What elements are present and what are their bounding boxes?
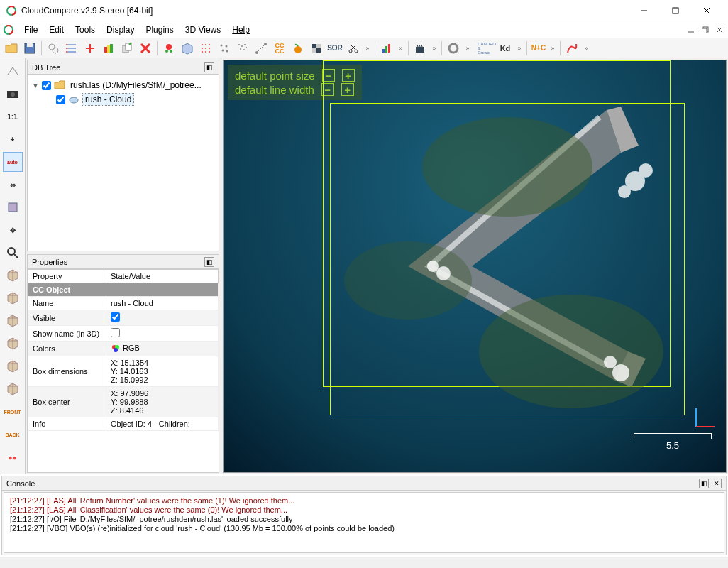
- nc-icon[interactable]: N+C: [530, 40, 547, 57]
- property-key: Name: [28, 297, 106, 310]
- canupo-icon[interactable]: CANUPO&Create: [478, 40, 495, 57]
- expander-icon[interactable]: ▼: [32, 82, 39, 89]
- mdi-minimize-icon[interactable]: [685, 24, 697, 36]
- menu-file[interactable]: File: [18, 23, 43, 36]
- view-left[interactable]: [3, 311, 23, 331]
- svg-point-78: [11, 92, 15, 97]
- kd-icon[interactable]: Kd: [497, 40, 514, 57]
- toolbar-overflow-2[interactable]: »: [397, 45, 405, 52]
- menu-help[interactable]: Help: [226, 23, 255, 36]
- toolbar-overflow-7[interactable]: »: [582, 45, 590, 52]
- scale-value: 5.5: [634, 440, 712, 451]
- colorize-icon[interactable]: [100, 40, 117, 57]
- view-front[interactable]: FRONT: [3, 402, 23, 422]
- add-icon[interactable]: [82, 40, 99, 57]
- zoom-icon[interactable]: [3, 243, 23, 263]
- menu-label: Display: [106, 25, 134, 35]
- svg-point-109: [612, 364, 629, 381]
- menu-label: File: [24, 25, 38, 35]
- scissors-icon[interactable]: [345, 40, 362, 57]
- tree-child-checkbox[interactable]: [56, 95, 65, 104]
- histogram-icon[interactable]: [378, 40, 395, 57]
- property-checkbox[interactable]: [111, 328, 120, 337]
- svg-point-56: [264, 43, 267, 45]
- view-iso1[interactable]: [3, 266, 23, 285]
- menu-plugins[interactable]: Plugins: [140, 23, 179, 36]
- close-button[interactable]: [691, 0, 722, 21]
- subsample-icon[interactable]: [216, 40, 233, 57]
- db-tree-header: DB Tree ◧: [28, 60, 219, 75]
- auto[interactable]: auto: [3, 152, 23, 172]
- flag-icon[interactable]: ●●: [3, 447, 23, 467]
- prop-header-property[interactable]: Property: [28, 270, 106, 283]
- menu-3dviews[interactable]: 3D Views: [180, 23, 226, 36]
- toolbar-overflow-3[interactable]: »: [430, 45, 439, 52]
- camera-icon[interactable]: [3, 84, 23, 104]
- property-key: Box dimensions: [28, 356, 106, 387]
- svg-line-75: [8, 67, 13, 75]
- property-value: X: 97.9096 Y: 99.9888 Z: 8.4146: [106, 387, 219, 417]
- console-output[interactable]: [21:12:27] [LAS] All 'Return Number' val…: [4, 492, 724, 553]
- db-tree-undock-button[interactable]: ◧: [204, 62, 214, 72]
- checker-icon[interactable]: [308, 40, 325, 57]
- view-bottom[interactable]: [3, 356, 23, 376]
- cloud-point-icon[interactable]: [160, 40, 177, 57]
- mdi-close-icon[interactable]: [714, 24, 725, 36]
- menu-display[interactable]: Display: [101, 23, 140, 36]
- maximize-button[interactable]: [660, 0, 691, 21]
- sor-icon[interactable]: SOR: [326, 40, 343, 57]
- console-close-button[interactable]: ✕: [712, 479, 722, 488]
- clone-icon[interactable]: [118, 40, 136, 57]
- prop-header-value[interactable]: State/Value: [106, 270, 219, 283]
- curve-icon[interactable]: [563, 40, 580, 57]
- property-key: Box center: [28, 387, 106, 417]
- console-undock-button[interactable]: ◧: [699, 479, 709, 488]
- tree-child-row[interactable]: rush - Cloud: [32, 93, 214, 106]
- open-icon[interactable]: [3, 40, 20, 57]
- view-right[interactable]: [3, 334, 23, 354]
- toolbar-overflow-4[interactable]: »: [463, 45, 472, 52]
- crosshair-icon[interactable]: +: [3, 129, 23, 149]
- sample-icon[interactable]: [197, 40, 214, 57]
- menu-edit[interactable]: Edit: [43, 23, 70, 36]
- property-key: Info: [28, 417, 106, 431]
- properties-body[interactable]: Property State/Value CC Object Namerush …: [28, 269, 219, 472]
- menu-tools[interactable]: Tools: [70, 23, 101, 36]
- properties-undock-button[interactable]: ◧: [204, 257, 214, 267]
- box-icon[interactable]: [3, 197, 23, 217]
- svg-point-47: [226, 50, 228, 52]
- view-back[interactable]: BACK: [3, 425, 23, 444]
- minimize-button[interactable]: [629, 0, 660, 21]
- main-toolbar: CCCC SOR » » » » CANUPO&Create Kd » N+C …: [0, 38, 728, 58]
- register-icon[interactable]: [234, 40, 251, 57]
- delete-icon[interactable]: [137, 40, 154, 57]
- save-icon[interactable]: [21, 40, 38, 57]
- view-iso2[interactable]: [3, 379, 23, 399]
- home-icon[interactable]: [3, 61, 23, 81]
- svg-rect-68: [388, 44, 390, 53]
- menu-label: Plugins: [145, 25, 173, 35]
- double-arrow[interactable]: ⇔: [3, 175, 23, 195]
- list-icon[interactable]: [63, 40, 80, 57]
- cc-icon[interactable]: CCCC: [271, 40, 288, 57]
- fruit-icon[interactable]: [289, 40, 307, 57]
- toolbar-overflow-6[interactable]: »: [548, 45, 557, 52]
- pick-icon[interactable]: [45, 40, 62, 57]
- 3d-viewport[interactable]: default point size − + default line widt…: [223, 60, 727, 473]
- property-checkbox[interactable]: [111, 312, 120, 322]
- tree-root-row[interactable]: ▼ rush.las (D:/MyFiles/SfM/_potree...: [32, 79, 214, 92]
- toolbar-overflow-1[interactable]: »: [363, 45, 372, 52]
- move-icon[interactable]: ✥: [3, 220, 23, 240]
- clapper-icon[interactable]: [412, 40, 429, 57]
- tree-root-checkbox[interactable]: [42, 81, 51, 90]
- db-tree-body[interactable]: ▼ rush.las (D:/MyFiles/SfM/_potree... ru…: [28, 75, 219, 251]
- ring-icon[interactable]: [445, 40, 462, 57]
- mdi-restore-icon[interactable]: [700, 24, 711, 36]
- one-to-one[interactable]: 1:1: [3, 106, 23, 126]
- scale-icon[interactable]: [253, 40, 270, 57]
- toolbar-overflow-5[interactable]: »: [515, 45, 524, 52]
- svg-point-49: [241, 45, 243, 47]
- primitive-icon[interactable]: [179, 40, 196, 57]
- view-top[interactable]: [3, 288, 23, 308]
- db-tree-panel: DB Tree ◧ ▼ rush.las (D:/MyFiles/SfM/_po…: [27, 60, 219, 251]
